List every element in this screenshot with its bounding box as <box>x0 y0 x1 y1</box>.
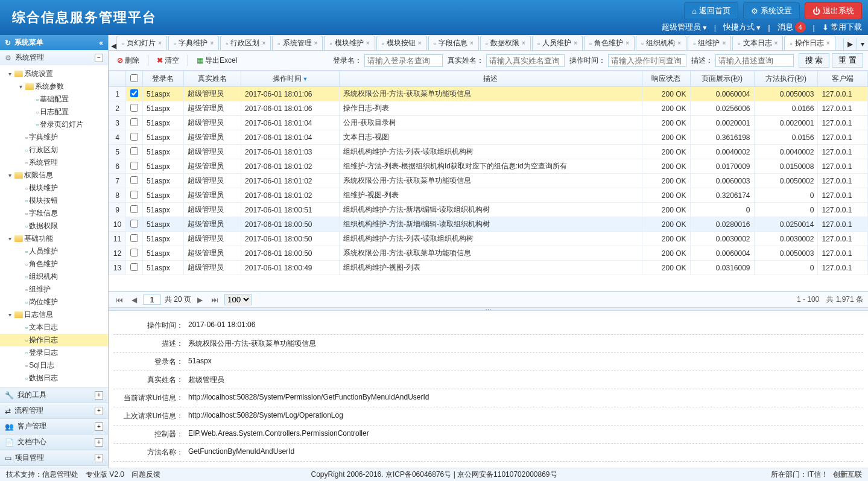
tree-node-组织机构[interactable]: ▫组织机构 <box>0 270 108 283</box>
table-row[interactable]: 1151aspx超级管理员2017-06-01 18:00:50组织机构维护-方… <box>109 232 868 246</box>
tab-menu[interactable]: ▾ <box>857 38 868 50</box>
row-checkbox[interactable] <box>130 220 138 228</box>
tree-node-行政区划[interactable]: ▫行政区划 <box>0 144 108 156</box>
accordion-section-mail[interactable]: ✉邮件中心+ <box>0 466 108 468</box>
table-row[interactable]: 451aspx超级管理员2017-06-01 18:01:04文本日志-视图20… <box>109 130 868 145</box>
tree-node-字段信息[interactable]: ▫字段信息 <box>0 207 108 220</box>
col-header-1[interactable] <box>126 71 143 87</box>
table-row[interactable]: 751aspx超级管理员2017-06-01 18:01:02系统权限公用-方法… <box>109 174 868 188</box>
reset-button[interactable]: 重 置 <box>832 53 863 68</box>
tree-node-日志配置[interactable]: ▫日志配置 <box>0 106 108 118</box>
tree-node-登录日志[interactable]: ▫登录日志 <box>0 346 108 359</box>
next-page-button[interactable]: ▶ <box>195 295 205 305</box>
home-button[interactable]: ⌂返回首页 <box>684 2 738 19</box>
msg-link[interactable]: 消息4 <box>778 22 806 33</box>
desc-search-input[interactable] <box>715 54 794 67</box>
tree-node-模块维护[interactable]: ▫模块维护 <box>0 182 108 194</box>
accordion-section-tools[interactable]: 🔧我的工具+ <box>0 387 108 403</box>
exit-button[interactable]: ⏻退出系统 <box>805 2 862 19</box>
tree-node-基础配置[interactable]: ▫基础配置 <box>0 93 108 106</box>
name-search-input[interactable] <box>486 54 565 67</box>
tab-操作日志[interactable]: ▫操作日志× <box>784 36 835 51</box>
select-all-checkbox[interactable] <box>130 74 138 82</box>
user-dropdown[interactable]: 超级管理员▾ <box>662 22 707 33</box>
tab-文本日志[interactable]: ▫文本日志× <box>732 36 783 50</box>
collapse-sidebar-icon[interactable]: « <box>99 39 103 47</box>
table-row[interactable]: 251aspx超级管理员2017-06-01 18:01:06操作日志-列表20… <box>109 101 868 116</box>
col-header-4[interactable]: 操作时间▼ <box>241 71 340 87</box>
col-header-2[interactable]: 登录名 <box>143 71 184 87</box>
close-icon[interactable]: × <box>470 40 474 46</box>
export-button[interactable]: ▦导出Excel <box>193 54 241 67</box>
tree-node-角色维护[interactable]: ▫角色维护 <box>0 258 108 270</box>
tree-node-模块按钮[interactable]: ▫模块按钮 <box>0 194 108 207</box>
tree-node-系统管理[interactable]: ▫系统管理 <box>0 156 108 169</box>
accordion-section-system[interactable]: ⚙ 系统管理 − <box>0 50 108 65</box>
tab-页幻灯片[interactable]: ▫页幻灯片× <box>116 36 167 50</box>
search-button[interactable]: 搜 索 <box>799 53 830 68</box>
close-icon[interactable]: × <box>775 40 778 46</box>
close-icon[interactable]: × <box>722 40 726 46</box>
refresh-icon[interactable]: ↻ <box>5 39 11 47</box>
tree-node-人员维护[interactable]: ▫人员维护 <box>0 245 108 258</box>
tree-node-日志信息[interactable]: ▾日志信息 <box>0 308 108 321</box>
col-header-7[interactable]: 页面展示(秒) <box>690 71 754 87</box>
settings-button[interactable]: ⚙系统设置 <box>743 2 800 19</box>
login-search-input[interactable] <box>364 54 443 67</box>
detail-splitter[interactable] <box>109 307 868 311</box>
accordion-section-project[interactable]: ▭项目管理+ <box>0 450 108 465</box>
close-icon[interactable]: × <box>366 40 370 46</box>
tree-node-文本日志[interactable]: ▫文本日志 <box>0 321 108 334</box>
table-row[interactable]: 1251aspx超级管理员2017-06-01 18:00:50系统权限公用-方… <box>109 246 868 261</box>
time-search-input[interactable] <box>608 54 686 67</box>
col-header-0[interactable] <box>109 71 126 87</box>
tree-node-系统参数[interactable]: ▾系统参数 <box>0 80 108 93</box>
tree-node-岗位维护[interactable]: ▫岗位维护 <box>0 296 108 308</box>
quick-dropdown[interactable]: 快捷方式▾ <box>723 22 761 33</box>
tree-node-权限信息[interactable]: ▾权限信息 <box>0 169 108 182</box>
tab-组维护[interactable]: ▫组维护× <box>688 36 731 50</box>
tab-系统管理[interactable]: ▫系统管理× <box>272 36 323 50</box>
row-checkbox[interactable] <box>130 263 138 271</box>
delete-button[interactable]: ⊘删除 <box>113 54 143 67</box>
download-link[interactable]: ⬇常用下载 <box>822 22 862 33</box>
row-checkbox[interactable] <box>130 249 138 256</box>
col-header-6[interactable]: 响应状态 <box>642 71 690 87</box>
tab-字段信息[interactable]: ▫字段信息× <box>428 36 479 50</box>
close-icon[interactable]: × <box>314 40 318 46</box>
col-header-9[interactable]: 客户端 <box>818 71 868 87</box>
tree-node-登录页幻灯片[interactable]: ▫登录页幻灯片 <box>0 118 108 131</box>
tab-模块按钮[interactable]: ▫模块按钮× <box>376 36 427 50</box>
last-page-button[interactable]: ⏭ <box>209 295 221 305</box>
row-checkbox[interactable] <box>130 191 138 199</box>
tab-角色维护[interactable]: ▫角色维护× <box>584 36 635 50</box>
accordion-section-flow[interactable]: ⇄流程管理+ <box>0 403 108 418</box>
row-checkbox[interactable] <box>130 162 138 170</box>
col-header-8[interactable]: 方法执行(秒) <box>754 71 818 87</box>
tree-node-Sql日志[interactable]: ▫Sql日志 <box>0 359 108 372</box>
tree-node-系统设置[interactable]: ▾系统设置 <box>0 68 108 80</box>
tab-行政区划[interactable]: ▫行政区划× <box>220 36 271 50</box>
row-checkbox[interactable] <box>130 205 138 213</box>
col-header-3[interactable]: 真实姓名 <box>183 71 241 87</box>
close-icon[interactable]: × <box>574 40 577 46</box>
table-row[interactable]: 351aspx超级管理员2017-06-01 18:01:04公用-获取目录树2… <box>109 116 868 130</box>
table-row[interactable]: 851aspx超级管理员2017-06-01 18:01:02组维护-视图-列表… <box>109 188 868 203</box>
tab-数据权限[interactable]: ▫数据权限× <box>480 36 531 50</box>
grid-wrapper[interactable]: 登录名真实姓名操作时间▼描述响应状态页面展示(秒)方法执行(秒)客户端 151a… <box>109 71 868 291</box>
row-checkbox[interactable] <box>130 133 138 141</box>
clear-button[interactable]: ✖清空 <box>153 54 183 67</box>
tab-字典维护[interactable]: ▫字典维护× <box>168 36 219 50</box>
tree-node-基础功能[interactable]: ▾基础功能 <box>0 232 108 245</box>
page-size-select[interactable]: 100 <box>224 294 252 305</box>
close-icon[interactable]: × <box>677 40 681 46</box>
accordion-section-docs[interactable]: 📄文档中心+ <box>0 435 108 450</box>
tree-node-字典维护[interactable]: ▫字典维护 <box>0 131 108 144</box>
table-row[interactable]: 551aspx超级管理员2017-06-01 18:01:03组织机构维护-方法… <box>109 145 868 159</box>
close-icon[interactable]: × <box>626 40 629 46</box>
accordion-section-customer[interactable]: 👥客户管理+ <box>0 419 108 434</box>
page-input[interactable] <box>143 295 161 305</box>
col-header-5[interactable]: 描述 <box>339 71 642 87</box>
tree-node-组维护[interactable]: ▫组维护 <box>0 283 108 296</box>
tree-node-数据日志[interactable]: ▫数据日志 <box>0 372 108 384</box>
